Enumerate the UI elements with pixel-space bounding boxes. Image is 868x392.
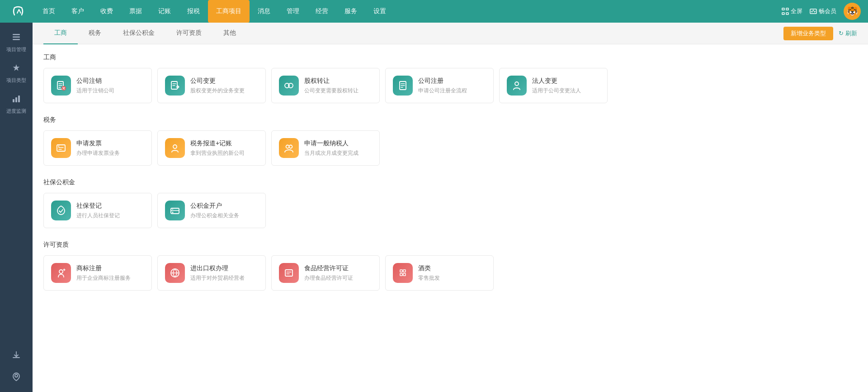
card-icon-equity-transfer [279,76,299,96]
tab-other[interactable]: 其他 [212,23,247,44]
card-trademark[interactable]: 商标注册 用于企业商标注册服务 [43,255,152,291]
card-title-trademark: 商标注册 [76,264,131,272]
svg-rect-1 [786,8,788,10]
chart-icon [10,92,23,105]
card-icon-apply-invoice [51,138,71,158]
card-text-company-cancel: 公司注销 适用于注销公司 [76,77,114,95]
tab-bar-actions: 新增业务类型 ↻ 刷新 [783,27,857,40]
card-icon-food-license [279,263,299,283]
nav-fee[interactable]: 收费 [92,0,121,23]
card-general-taxpayer[interactable]: 申请一般纳税人 当月或次月成变更完成 [271,130,380,166]
card-grid-business: 公司注销 适用于注销公司 公司变更 股权变更外的业务变更 [43,68,857,103]
fullscreen-button[interactable]: 全屏 [782,7,802,15]
card-desc-social-register: 进行人员社保登记 [76,212,120,220]
card-desc-apply-invoice: 办理申请发票业务 [76,149,120,157]
svg-rect-9 [15,97,17,102]
fullscreen-label: 全屏 [791,7,802,15]
location-icon[interactable] [8,368,24,385]
card-icon-alcohol [393,263,413,283]
refresh-icon: ↻ [839,30,844,37]
card-food-license[interactable]: 食品经营许可证 办理食品经营许可证 [271,255,380,291]
download-icon[interactable] [8,347,24,363]
nav-bill[interactable]: 票据 [121,0,150,23]
card-apply-invoice[interactable]: 申请发票 办理申请发票业务 [43,130,152,166]
card-equity-transfer[interactable]: 股权转让 公司变更需要股权转让 [271,68,380,103]
svg-rect-7 [13,39,20,40]
nav-menu: 首页 客户 收费 票据 记账 报税 工商项目 消息 管理 经营 服务 设置 [34,0,782,23]
nav-tax[interactable]: 报税 [179,0,208,23]
svg-rect-3 [786,13,788,14]
card-legal-change[interactable]: 法人变更 适用于公司变更法人 [499,68,608,103]
sidebar-label-progress: 进度监测 [6,108,26,115]
nav-accounting[interactable]: 记账 [150,0,179,23]
card-text-legal-change: 法人变更 适用于公司变更法人 [532,77,581,95]
nav-right-area: 全屏 畅会员 🐯 [782,3,861,20]
section-title-social: 社保公积金 [43,178,857,186]
card-icon-company-register [393,76,413,96]
card-social-register[interactable]: 社保登记 进行人员社保登记 [43,193,152,228]
nav-operation[interactable]: 经营 [307,0,336,23]
svg-rect-5 [13,34,20,35]
top-navigation: 首页 客户 收费 票据 记账 报税 工商项目 消息 管理 经营 服务 设置 全屏 [0,0,868,23]
card-title-fund-account: 公积金开户 [190,202,239,210]
sidebar-item-project-type[interactable]: 项目类型 [0,57,33,88]
card-text-company-change: 公司变更 股权变更外的业务变更 [190,77,245,95]
card-text-general-taxpayer: 申请一般纳税人 当月或次月成变更完成 [304,139,359,157]
nav-business[interactable]: 工商项目 [208,0,250,23]
sidebar-item-progress[interactable]: 进度监测 [0,88,33,119]
add-type-button[interactable]: 新增业务类型 [783,27,833,40]
nav-home[interactable]: 首页 [34,0,63,23]
card-fund-account[interactable]: 公积金开户 办理公积金相关业务 [157,193,266,228]
tab-business[interactable]: 工商 [43,23,78,44]
svg-point-11 [15,374,18,377]
card-text-alcohol: 酒类 零售批发 [418,264,440,282]
card-text-import-export: 进出口权办理 适用于对外贸易经营者 [190,264,245,282]
svg-rect-8 [13,99,14,102]
logo[interactable] [7,0,29,23]
nav-service[interactable]: 服务 [336,0,365,23]
card-title-apply-invoice: 申请发票 [76,139,120,148]
nav-client[interactable]: 客户 [63,0,92,23]
vip-button[interactable]: 畅会员 [810,7,836,15]
card-company-change[interactable]: 公司变更 股权变更外的业务变更 [157,68,266,103]
section-title-permit: 许可资质 [43,241,857,249]
scroll-content: 工商 公司注销 适用于注销公司 [33,44,868,392]
card-company-register[interactable]: 公司注册 申请公司注册全流程 [385,68,494,103]
card-company-cancel[interactable]: 公司注销 适用于注销公司 [43,68,152,103]
sidebar-item-project-manage[interactable]: 项目管理 [0,26,33,57]
mascot-avatar[interactable]: 🐯 [844,3,861,20]
tab-qualification[interactable]: 许可资质 [165,23,212,44]
svg-rect-23 [171,208,179,214]
nav-message[interactable]: 消息 [250,0,278,23]
card-grid-social: 社保登记 进行人员社保登记 公积金开户 [43,193,857,228]
svg-rect-29 [403,270,406,272]
tab-tax[interactable]: 税务 [78,23,112,44]
nav-manage[interactable]: 管理 [278,0,307,23]
svg-point-25 [59,270,63,273]
refresh-label: 刷新 [845,29,857,38]
main-container: 项目管理 项目类型 进度监测 [0,23,868,392]
card-alcohol[interactable]: 酒类 零售批发 [385,255,494,291]
nav-settings[interactable]: 设置 [365,0,394,23]
card-import-export[interactable]: 进出口权办理 适用于对外贸易经营者 [157,255,266,291]
card-text-equity-transfer: 股权转让 公司变更需要股权转让 [304,77,359,95]
sidebar: 项目管理 项目类型 进度监测 [0,23,33,392]
tab-social-security[interactable]: 社保公积金 [112,23,165,44]
refresh-button[interactable]: ↻ 刷新 [839,29,857,38]
card-title-company-cancel: 公司注销 [76,77,114,85]
card-desc-tax-report: 拿到营业执照的新公司 [190,149,245,157]
sidebar-bottom [8,347,24,392]
star-icon [10,62,23,74]
svg-rect-10 [18,96,20,102]
card-icon-social-register [51,201,71,220]
card-desc-food-license: 办理食品经营许可证 [304,274,353,282]
section-title-business: 工商 [43,53,857,62]
svg-rect-30 [400,273,402,276]
card-text-company-register: 公司注册 申请公司注册全流程 [418,77,467,95]
card-text-food-license: 食品经营许可证 办理食品经营许可证 [304,264,353,282]
card-title-legal-change: 法人变更 [532,77,581,85]
card-text-social-register: 社保登记 进行人员社保登记 [76,202,120,220]
card-tax-report[interactable]: 税务报道+记账 拿到营业执照的新公司 [157,130,266,166]
card-title-equity-transfer: 股权转让 [304,77,359,85]
svg-point-18 [515,82,519,86]
